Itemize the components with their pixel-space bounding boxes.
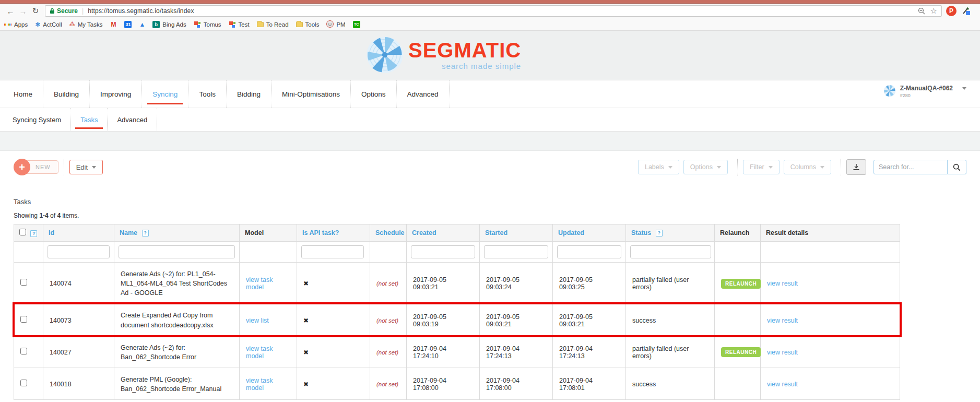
edit-dropdown-button[interactable]: Edit (69, 160, 103, 174)
sort-link-name[interactable]: Name (120, 229, 137, 237)
chevron-down-icon (820, 166, 824, 169)
col-header-status: Status ? (626, 224, 715, 242)
sort-link-updated[interactable]: Updated (558, 229, 584, 237)
cell-name: Create Expanded Ad Copy from document sh… (114, 304, 240, 336)
bookmark-folder-to-read[interactable]: To Read (257, 21, 289, 28)
sort-link-is-api-task[interactable]: Is API task? (302, 229, 339, 237)
sort-link-id[interactable]: Id (49, 229, 54, 237)
back-icon[interactable]: ← (4, 7, 17, 16)
bookmark-bing[interactable]: b Bing Ads (152, 21, 186, 28)
cross-icon: ✖ (303, 349, 309, 356)
export-download-button[interactable] (846, 159, 866, 175)
search-button[interactable] (948, 160, 966, 174)
address-bar[interactable]: Secure | https://tomus.segmatic.io/tasks… (45, 5, 942, 17)
filter-input-updated[interactable] (557, 245, 621, 258)
view-result-link[interactable]: view result (767, 280, 798, 287)
columns-dropdown-button[interactable]: Columns (784, 160, 831, 174)
bookmark-gmail[interactable]: M (110, 21, 117, 28)
bookmark-folder-tools[interactable]: Tools (296, 21, 320, 28)
nav-tab-building[interactable]: Building (43, 80, 90, 108)
filter-input-id[interactable] (48, 245, 110, 258)
table-row: 140018 Generate PML (Google): Ban_062_Sh… (14, 368, 900, 399)
cell-started: 2017-09-04 17:24:13 (480, 336, 553, 368)
bookmark-tc[interactable]: TC (353, 21, 360, 28)
select-all-checkbox[interactable] (19, 229, 26, 235)
row-checkbox[interactable] (20, 380, 27, 386)
help-icon[interactable]: ? (142, 230, 149, 237)
sort-link-schedule[interactable]: Schedule (375, 229, 405, 237)
nav-tab-improving[interactable]: Improving (90, 80, 142, 108)
sort-link-created[interactable]: Created (412, 229, 436, 237)
forward-icon[interactable]: → (17, 7, 29, 16)
filter-input-is-api-task[interactable] (301, 245, 364, 258)
relaunch-button[interactable]: RELAUNCH (721, 279, 761, 289)
cell-started: 2017-09-05 09:03:21 (480, 304, 553, 336)
cell-id: 140074 (43, 263, 114, 304)
nav-tab-tools[interactable]: Tools (188, 80, 227, 108)
table-header-row: ? Id Name ? Model Is API task? Schedule … (14, 224, 900, 242)
view-model-link[interactable]: view task model (246, 377, 273, 392)
bookmark-star-icon[interactable]: ☆ (930, 6, 937, 16)
bookmark-pm[interactable]: PM (326, 20, 345, 29)
view-model-link[interactable]: view task model (246, 276, 273, 291)
view-result-link[interactable]: view result (767, 317, 798, 324)
new-button[interactable]: + NEW (14, 159, 58, 175)
row-checkbox[interactable] (20, 348, 27, 354)
cell-created: 2017-09-05 09:03:21 (407, 263, 480, 304)
user-menu[interactable]: Z-ManualQA-#062 #280 (883, 85, 966, 98)
options-dropdown-button[interactable]: Options (683, 160, 728, 174)
nav-tab-mini-optimisations[interactable]: Mini-Optimisations (271, 80, 351, 108)
nav-tab-advanced[interactable]: Advanced (397, 80, 450, 108)
filter-dropdown-button[interactable]: Filter (743, 160, 780, 174)
analytics-icon: ▲ (139, 21, 145, 28)
nav-tab-home[interactable]: Home (3, 80, 43, 108)
sort-link-status[interactable]: Status (631, 229, 651, 237)
filter-input-name[interactable] (119, 245, 235, 258)
bookmark-my-tasks[interactable]: ⁂ My Tasks (69, 21, 103, 28)
cell-id: 140027 (43, 336, 114, 368)
nav-tab-options[interactable]: Options (351, 80, 397, 108)
logo-tagline: search made simple (408, 62, 521, 70)
nav-tab-bidding[interactable]: Bidding (227, 80, 271, 108)
nav-tab-syncing[interactable]: Syncing (142, 80, 188, 108)
search-group (873, 160, 966, 174)
subnav-tab-syncing-system[interactable]: Syncing System (3, 108, 71, 131)
relaunch-button[interactable]: RELAUNCH (721, 347, 761, 357)
extension-p-icon[interactable]: P (946, 6, 957, 16)
help-icon[interactable]: ? (30, 230, 37, 237)
apps-grid-icon (4, 21, 11, 28)
extension-colorpicker-icon[interactable] (961, 6, 971, 16)
view-model-link[interactable]: view task model (246, 345, 273, 360)
bookmark-analytics[interactable]: ▲ (139, 21, 145, 28)
bookmark-tomus[interactable]: Tomus (194, 21, 221, 28)
cell-name: Generate Ads (~2) for: Ban_062_Shortcode… (114, 336, 240, 368)
bookmark-actcoll[interactable]: ✱ ActColl (35, 21, 62, 28)
view-model-link[interactable]: view list (246, 317, 269, 324)
sub-nav: Syncing System Tasks Advanced (0, 108, 980, 132)
chevron-down-icon (962, 87, 966, 90)
subnav-tab-advanced[interactable]: Advanced (108, 108, 157, 131)
filter-input-created[interactable] (411, 245, 475, 258)
bookmark-test[interactable]: Test (229, 21, 250, 28)
sort-link-started[interactable]: Started (485, 229, 507, 237)
col-header-created: Created (407, 224, 480, 242)
view-result-link[interactable]: view result (767, 349, 798, 356)
browser-tab-strip (0, 0, 980, 4)
secure-badge[interactable]: Secure (50, 7, 78, 15)
refresh-icon[interactable]: ↻ (29, 6, 42, 16)
row-checkbox[interactable] (20, 316, 27, 323)
filter-input-status[interactable] (630, 245, 711, 258)
zoom-out-icon[interactable] (918, 7, 925, 15)
help-icon[interactable]: ? (656, 230, 663, 237)
cell-name: Generate Ads (~2) for: PL1_054-ML1_054-M… (114, 263, 240, 304)
cross-icon: ✖ (303, 381, 309, 388)
view-result-link[interactable]: view result (767, 381, 798, 388)
bookmark-calendar[interactable]: 31 (124, 21, 132, 28)
search-input[interactable] (873, 160, 948, 174)
labels-dropdown-button[interactable]: Labels (638, 160, 679, 174)
bookmark-apps[interactable]: Apps (4, 21, 28, 28)
subnav-tab-tasks[interactable]: Tasks (71, 108, 108, 131)
table-row: 140074 Generate Ads (~2) for: PL1_054-ML… (14, 263, 900, 304)
row-checkbox[interactable] (20, 279, 27, 286)
filter-input-started[interactable] (484, 245, 548, 258)
